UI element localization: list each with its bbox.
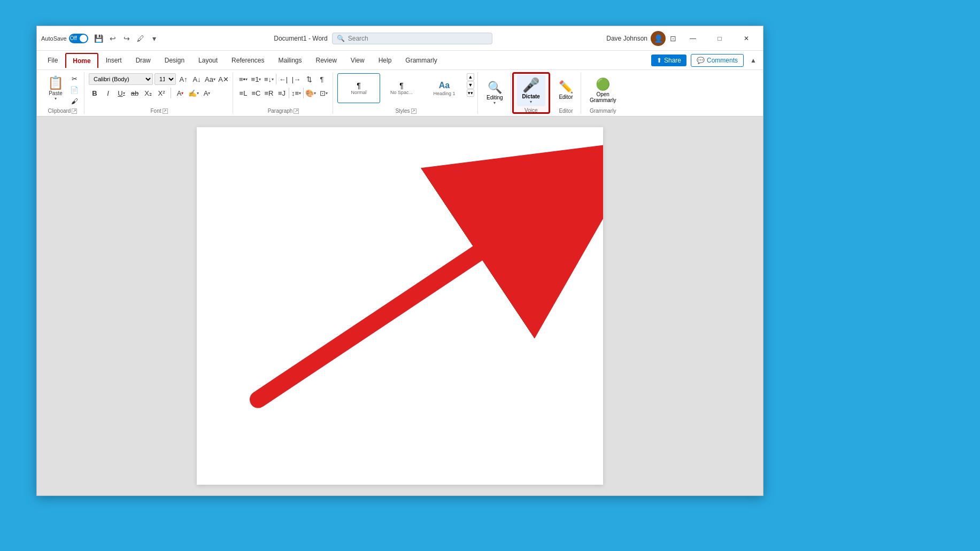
- dictate-label: Dictate: [522, 94, 540, 99]
- clipboard-expand[interactable]: ↗: [72, 108, 77, 114]
- styles-expand-icon[interactable]: ↗: [411, 108, 416, 114]
- open-grammarly-button[interactable]: 🟢 OpenGrammarly: [585, 75, 620, 105]
- bold-button[interactable]: B: [89, 87, 101, 99]
- autosave-toggle[interactable]: Off: [69, 34, 88, 43]
- user-name: Dave Johnson: [606, 35, 647, 42]
- maximize-button[interactable]: □: [707, 30, 732, 47]
- tab-insert[interactable]: Insert: [99, 53, 128, 67]
- font-color-button[interactable]: A▾: [174, 87, 186, 99]
- customize-icon[interactable]: ▾: [149, 33, 160, 44]
- numbering-button[interactable]: ≡1▾: [250, 73, 262, 85]
- strikethrough-button[interactable]: ab: [129, 87, 141, 99]
- align-right-button[interactable]: ≡R: [263, 87, 275, 99]
- tab-home[interactable]: Home: [65, 53, 98, 68]
- word-window: AutoSave Off 💾 ↩ ↪ 🖊 ▾ Document1 - Word …: [36, 26, 763, 496]
- editing-label: Editing: [487, 95, 503, 100]
- style-heading1-preview: Aa: [439, 80, 450, 90]
- editing-button[interactable]: 🔍 Editing ▾: [482, 79, 507, 107]
- style-no-spacing-preview: ¶: [399, 81, 404, 90]
- style-no-spacing[interactable]: ¶ No Spac...: [380, 73, 423, 103]
- superscript-button[interactable]: X²: [156, 87, 167, 99]
- editor-content: ✏️ Editor: [554, 72, 577, 107]
- paste-dropdown-arrow: ▾: [55, 96, 57, 101]
- tab-help[interactable]: Help: [372, 53, 398, 67]
- grammarly-group-label: Grammarly: [590, 108, 616, 114]
- paste-icon: 📋: [48, 75, 64, 90]
- undo-icon[interactable]: ↩: [107, 33, 118, 44]
- search-box[interactable]: 🔍: [332, 33, 492, 44]
- share-button[interactable]: ⬆ Share: [651, 55, 686, 66]
- paragraph-expand[interactable]: ↗: [294, 108, 299, 114]
- cut-button[interactable]: ✂: [68, 73, 81, 84]
- increase-indent-button[interactable]: |→: [290, 73, 302, 85]
- font-row2: B I U▾ ab X₂ X² A▾ ✍▾ A▾: [89, 87, 213, 99]
- document-page[interactable]: [197, 127, 603, 485]
- document-area[interactable]: [37, 117, 763, 495]
- tab-review[interactable]: Review: [310, 53, 343, 67]
- voice-content: 🎤 Dictate ▾: [517, 74, 545, 106]
- line-spacing-button[interactable]: ↕≡▾: [290, 87, 302, 99]
- decrease-indent-button[interactable]: ←|: [277, 73, 289, 85]
- share-label: Share: [664, 57, 681, 64]
- format-painter-button[interactable]: 🖌: [68, 96, 81, 106]
- style-normal[interactable]: ¶ Normal: [337, 73, 380, 103]
- autosave-off-label: Off: [70, 35, 77, 41]
- font-size-select[interactable]: 11: [155, 73, 176, 85]
- tab-mailings[interactable]: Mailings: [272, 53, 308, 67]
- collapse-ribbon-button[interactable]: ▲: [748, 55, 759, 66]
- align-center-button[interactable]: ≡C: [250, 87, 262, 99]
- highlight-color-button[interactable]: ✍▾: [188, 87, 199, 99]
- svg-marker-1: [550, 167, 592, 205]
- restore-window-icon[interactable]: ⊡: [668, 33, 678, 44]
- comments-icon: 💬: [697, 57, 705, 64]
- paste-button[interactable]: 📋 Paste ▾: [44, 73, 67, 103]
- avatar: 👤: [651, 31, 666, 46]
- tab-file[interactable]: File: [41, 53, 64, 67]
- comments-button[interactable]: 💬 Comments: [691, 54, 744, 67]
- editor-button[interactable]: ✏️ Editor: [554, 78, 577, 102]
- copy-button[interactable]: 📄: [68, 84, 81, 95]
- tab-grammarly[interactable]: Grammarly: [399, 53, 443, 67]
- align-left-button[interactable]: ≡L: [237, 87, 249, 99]
- borders-button[interactable]: ⊡▾: [318, 87, 329, 99]
- tab-design[interactable]: Design: [158, 53, 191, 67]
- underline-button[interactable]: U▾: [115, 87, 127, 99]
- decrease-font-button[interactable]: A↓: [191, 73, 203, 85]
- search-input[interactable]: [348, 35, 488, 42]
- font-family-select[interactable]: Calibri (Body): [89, 73, 153, 85]
- styles-group: ¶ Normal ¶ No Spac... Aa Heading 1: [334, 72, 478, 114]
- editing-dropdown-arrow: ▾: [493, 100, 496, 105]
- justify-button[interactable]: ≡J: [276, 87, 288, 99]
- minimize-button[interactable]: —: [681, 30, 705, 47]
- grammarly-content: 🟢 OpenGrammarly: [585, 72, 620, 107]
- text-color-button[interactable]: A▾: [201, 87, 213, 99]
- sort-button[interactable]: ⇅: [303, 73, 315, 85]
- clipboard-content: 📋 Paste ▾ ✂ 📄 🖌: [44, 72, 81, 107]
- redo-icon[interactable]: ↪: [121, 33, 132, 44]
- styles-scroll-down[interactable]: ▼: [467, 81, 474, 89]
- styles-scroll-up[interactable]: ▲: [467, 73, 474, 81]
- save-icon[interactable]: 💾: [94, 33, 104, 44]
- multilevel-list-button[interactable]: ≡↓▾: [263, 73, 275, 85]
- dictate-button[interactable]: 🎤 Dictate ▾: [517, 75, 545, 106]
- style-heading1[interactable]: Aa Heading 1: [423, 73, 466, 103]
- subscript-button[interactable]: X₂: [142, 87, 154, 99]
- autosave-section[interactable]: AutoSave Off: [41, 34, 88, 43]
- italic-button[interactable]: I: [102, 87, 114, 99]
- styles-expand[interactable]: ▾▾: [467, 89, 474, 97]
- tab-layout[interactable]: Layout: [192, 53, 224, 67]
- increase-font-button[interactable]: A↑: [178, 73, 189, 85]
- close-button[interactable]: ✕: [734, 30, 759, 47]
- show-marks-button[interactable]: ¶: [316, 73, 328, 85]
- divider: [276, 74, 276, 84]
- auto-correct-icon[interactable]: 🖊: [135, 33, 146, 44]
- bullets-button[interactable]: ≡•▾: [237, 73, 249, 85]
- tab-draw[interactable]: Draw: [129, 53, 157, 67]
- styles-label: Styles ↗: [395, 108, 416, 114]
- shading-button[interactable]: 🎨▾: [305, 87, 317, 99]
- change-case-button[interactable]: Aa▾: [204, 73, 216, 85]
- tab-references[interactable]: References: [225, 53, 271, 67]
- tab-view[interactable]: View: [344, 53, 371, 67]
- font-expand[interactable]: ↗: [163, 108, 168, 114]
- clear-formatting-button[interactable]: A✕: [218, 73, 229, 85]
